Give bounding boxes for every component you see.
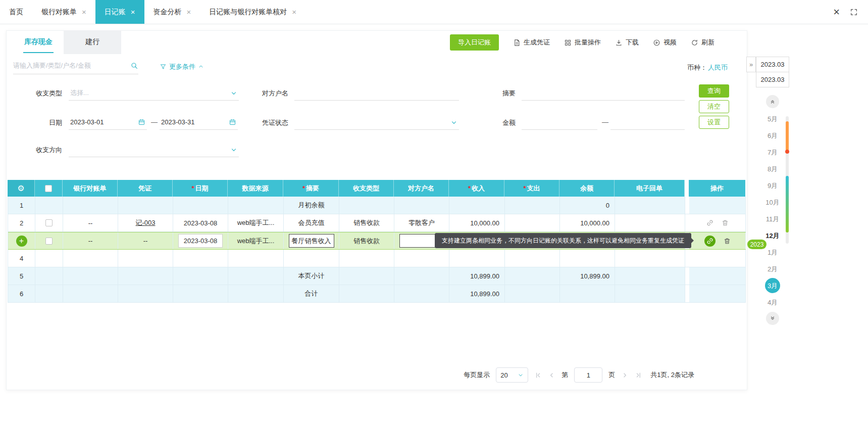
column-label: 操作 (710, 184, 724, 193)
tab-item[interactable]: 日记账与银行对账单核对× (200, 0, 305, 24)
month-item[interactable]: 9月 (761, 177, 784, 194)
tab-item[interactable]: 资金分析× (144, 0, 200, 24)
tab-bar-items: 首页银行对账单×日记账×资金分析×日记账与银行对账单核对× (0, 0, 305, 24)
tab-item[interactable]: 银行对账单× (32, 0, 95, 24)
column-header-income[interactable]: *收入 (449, 180, 504, 197)
first-page-icon[interactable] (534, 371, 542, 379)
month-item[interactable]: 3月 (761, 277, 784, 294)
tab-close-icon[interactable]: × (131, 8, 135, 16)
activity-scrollbar[interactable] (786, 116, 789, 244)
close-icon[interactable]: × (833, 7, 840, 18)
column-header-voucher[interactable]: 凭证 (118, 180, 173, 197)
income-type-select[interactable]: 选择... (69, 85, 239, 101)
column-header-summary[interactable]: *摘要 (283, 180, 339, 197)
last-page-icon[interactable] (635, 371, 642, 379)
tab-item[interactable]: 首页 (0, 0, 32, 24)
settings-gear-cell[interactable]: ⚙ (8, 180, 35, 197)
import-journal-button[interactable]: 导入日记账 (450, 34, 499, 51)
scroll-up-button[interactable] (766, 95, 779, 108)
cell-date: 2023-03-08 (173, 214, 228, 231)
select-all-checkbox[interactable] (45, 185, 52, 192)
header-checkbox-cell (35, 180, 63, 197)
month-item[interactable]: 11月 (761, 211, 784, 227)
month-label: 8月 (768, 165, 778, 174)
column-header-category[interactable]: 收支类型 (339, 180, 394, 197)
month-item[interactable]: 4月 (761, 294, 784, 311)
settings-button[interactable]: 设置 (699, 116, 729, 129)
fullscreen-icon[interactable] (850, 8, 858, 16)
date-to-input[interactable]: 2023-03-31 (160, 115, 238, 130)
column-header-date[interactable]: *日期 (173, 180, 228, 197)
amount-to-input[interactable] (610, 115, 685, 130)
column-header-receipt[interactable]: 电子回单 (615, 180, 685, 197)
column-header-source[interactable]: 数据来源 (228, 180, 283, 197)
summary-input[interactable] (522, 85, 685, 101)
prev-page-icon[interactable] (548, 371, 555, 379)
tab-label: 库存现金 (23, 32, 54, 53)
direction-select[interactable] (69, 142, 239, 157)
cell-text: 会员充值 (298, 218, 325, 227)
generate-voucher-button[interactable]: 生成凭证 (513, 38, 550, 47)
inline-edit-date[interactable]: 2023-03-08 (178, 234, 223, 248)
voucher-status-select[interactable] (294, 115, 459, 130)
batch-operations-button[interactable]: 批量操作 (564, 38, 601, 47)
tab-close-icon[interactable]: × (82, 8, 86, 16)
trash-icon[interactable] (722, 219, 729, 226)
scroll-down-button[interactable] (766, 312, 779, 325)
row-actions-cell (689, 214, 746, 231)
download-button[interactable]: 下载 (615, 38, 639, 47)
tab-close-icon[interactable]: × (292, 8, 296, 16)
row-checkbox[interactable] (45, 238, 53, 245)
column-header-balance[interactable]: 余额 (559, 180, 615, 197)
row-actions-cell (689, 250, 746, 267)
row-number-cell: 6 (8, 285, 35, 302)
voucher-link[interactable]: 记-003 (135, 218, 155, 227)
month-label: 12月 (765, 231, 779, 241)
column-label: 收支类型 (353, 184, 379, 193)
search-input[interactable] (13, 62, 130, 69)
month-item[interactable]: 7月 (761, 144, 784, 161)
page-number-input[interactable]: 1 (574, 367, 602, 383)
link-tooltip: 支持建立两条相同业务，不同方向日记账的关联关系，这样可以避免相同业务重复生成凭证 (435, 233, 691, 248)
button-label: 视频 (663, 38, 677, 47)
toolbar: 导入日记账 生成凭证 批量操作 下载 视频 (450, 31, 747, 54)
cell-text: 10,899.00 (470, 290, 499, 298)
date-from-input[interactable]: 2023-03-01 (69, 115, 147, 130)
tab-bank-account[interactable]: 建行 (64, 31, 121, 54)
clear-button[interactable]: 清空 (699, 100, 729, 113)
video-button[interactable]: 视频 (653, 38, 677, 47)
cell-text: 销售收款 (353, 237, 380, 246)
month-item[interactable]: 5月 (761, 111, 784, 127)
tab-cash-account[interactable]: 库存现金 (13, 31, 64, 54)
collapse-icon[interactable]: » (746, 57, 756, 72)
month-item[interactable]: 2月 (761, 261, 784, 277)
month-item[interactable]: 10月 (761, 194, 784, 211)
link-icon[interactable] (706, 219, 713, 226)
trash-icon[interactable] (724, 238, 731, 245)
column-header-expense[interactable]: *支出 (504, 180, 559, 197)
per-page-select[interactable]: 20 (496, 367, 528, 383)
column-header-bank[interactable]: 银行对账单 (63, 180, 118, 197)
refresh-button[interactable]: 刷新 (691, 38, 714, 47)
row-checkbox[interactable] (45, 219, 53, 226)
amount-from-input[interactable] (522, 115, 597, 130)
tab-item[interactable]: 日记账× (95, 0, 144, 24)
cell-income (449, 197, 505, 214)
next-page-icon[interactable] (621, 371, 629, 379)
cell-expense (505, 214, 560, 231)
more-conditions-toggle[interactable]: 更多条件 (160, 62, 204, 71)
cell-source: web端手工... (228, 214, 284, 231)
query-button[interactable]: 查询 (699, 84, 729, 98)
month-item[interactable]: 6月 (761, 127, 784, 144)
column-header-counterparty[interactable]: 对方户名 (394, 180, 449, 197)
link-icon[interactable] (704, 236, 716, 247)
cell-text: web端手工... (237, 218, 275, 227)
add-row-button[interactable]: + (16, 236, 27, 247)
counterparty-input[interactable] (294, 85, 459, 101)
month-item[interactable]: 8月 (761, 161, 784, 177)
tab-label: 日记账与银行对账单核对 (209, 8, 287, 17)
search-icon[interactable] (130, 62, 138, 70)
inline-edit-summary[interactable]: 餐厅销售收入 (289, 234, 334, 248)
tab-close-icon[interactable]: × (187, 8, 191, 16)
period-selected[interactable]: 2023.03 (756, 72, 789, 87)
